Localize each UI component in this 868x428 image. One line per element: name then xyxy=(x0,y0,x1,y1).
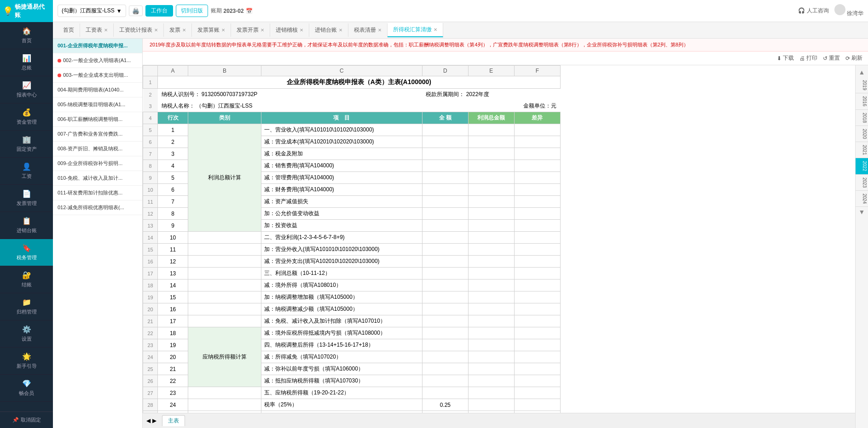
tab-home[interactable]: 首页 xyxy=(58,23,80,37)
table-row: 19 15 加：纳税调整增加额（填写A105000） xyxy=(143,291,561,303)
item-label: 001-企业所得税年度纳税申报... xyxy=(58,42,127,49)
tab-close-icon[interactable]: ✕ xyxy=(339,28,342,33)
year-2019[interactable]: 2019 xyxy=(856,77,868,93)
tab-close-icon[interactable]: ✕ xyxy=(378,28,382,33)
amount-cell xyxy=(422,315,468,327)
nav-left-arrow[interactable]: ◀ xyxy=(146,417,150,424)
row-number: 24 xyxy=(143,351,158,363)
print-icon-button[interactable]: 🖨️ xyxy=(129,6,143,16)
tab-close-icon[interactable]: ✕ xyxy=(300,28,303,33)
workspace-button[interactable]: 工作台 xyxy=(145,5,173,17)
left-panel-item-012[interactable]: 012-减免所得税优惠明细表(... xyxy=(53,200,142,215)
pin-icon: 📌 xyxy=(12,417,19,423)
profit-cell xyxy=(468,232,514,244)
tab-close-icon[interactable]: ✕ xyxy=(434,27,437,32)
tab-close-icon[interactable]: ✕ xyxy=(182,28,186,33)
left-panel-item-011[interactable]: 011-研发费用加计扣除优惠... xyxy=(53,186,142,200)
sidebar-item-guide[interactable]: 🌟 新手引导 xyxy=(0,348,53,375)
profit-cell xyxy=(468,351,514,363)
col-header-d: D xyxy=(422,66,468,76)
left-panel-item-005[interactable]: 005-纳税调整项目明细表(A1... xyxy=(53,97,142,112)
sidebar-item-invoice[interactable]: 📄 发票管理 xyxy=(0,185,53,212)
left-panel-item-006[interactable]: 006-职工薪酬纳税调整明细... xyxy=(53,112,142,127)
tab-payroll-stats[interactable]: 工资统计报表 ✕ xyxy=(114,23,164,37)
sidebar-item-settings[interactable]: ⚙️ 设置 xyxy=(0,320,53,348)
sidebar-item-home[interactable]: 🏠 首页 xyxy=(0,22,53,49)
content-area: 001-企业所得税年度纳税申报... 002-一般企业收入明细表(A1... 0… xyxy=(53,39,868,428)
left-panel-item-001[interactable]: 001-企业所得税年度纳税申报... xyxy=(53,39,142,53)
sidebar-item-label: 新手引导 xyxy=(17,363,37,370)
year-2022[interactable]: 2022 xyxy=(856,158,868,174)
refresh-button[interactable]: ⟳ 刷新 xyxy=(845,54,862,62)
row-number: 22 xyxy=(143,327,158,339)
sidebar-item-member[interactable]: 💎 畅会员 xyxy=(0,375,53,402)
year-2024[interactable]: 2024 xyxy=(856,191,868,207)
download-button[interactable]: ⬇ 下载 xyxy=(777,54,794,62)
company-selector[interactable]: (勾删）江西服宝-LSS ▼ xyxy=(58,5,126,17)
amount-cell xyxy=(422,351,468,363)
tab-tax-clearance[interactable]: 税表清册 ✕ xyxy=(348,23,388,37)
old-version-button[interactable]: 切到旧版 xyxy=(176,5,208,17)
tab-invoice-calc[interactable]: 发票算账 ✕ xyxy=(192,23,231,37)
sidebar-item-payroll[interactable]: 👤 工资 xyxy=(0,158,53,185)
pin-label: 取消固定 xyxy=(21,417,41,423)
table-row: 5 1 利润总额计算 一、营业收入(填写A101010\101020\10300… xyxy=(143,124,561,136)
tab-close-icon[interactable]: ✕ xyxy=(154,28,158,33)
sidebar-item-fixed-assets[interactable]: 🏢 固定资产 xyxy=(0,131,53,158)
sidebar-item-sales-ledger[interactable]: 📋 进销台账 xyxy=(0,212,53,239)
tab-payroll[interactable]: 工资表 ✕ xyxy=(80,23,114,37)
item-cell: 减：营业成本(填写A102010\102020\103000) xyxy=(261,136,422,148)
sidebar-pin-toggle[interactable]: 📌 取消固定 xyxy=(0,411,53,428)
year-2020[interactable]: 2020 xyxy=(856,126,868,142)
left-panel-item-003[interactable]: 003-一般企业成本支出明细... xyxy=(53,68,142,83)
home-icon: 🏠 xyxy=(22,27,31,35)
tab-invoice-open[interactable]: 发票开票 ✕ xyxy=(231,23,270,37)
tax-icon: 🔖 xyxy=(22,244,31,252)
year-2018[interactable]: 2018 xyxy=(856,110,868,126)
sidebar-logo: 💡 畅捷通易代账 xyxy=(0,0,53,22)
sidebar-item-general-ledger[interactable]: 📊 总账 xyxy=(0,49,53,76)
sidebar-item-closing[interactable]: 🔐 结账 xyxy=(0,266,53,293)
status-dot xyxy=(58,74,61,77)
year-2021[interactable]: 2021 xyxy=(856,142,868,158)
sidebar-item-archive[interactable]: 📁 归档管理 xyxy=(0,293,53,320)
left-panel-item-010[interactable]: 010-免税、减计收入及加计... xyxy=(53,171,142,186)
tab-close-icon[interactable]: ✕ xyxy=(260,28,264,33)
spreadsheet-wrapper[interactable]: A B C D E F xyxy=(143,65,855,413)
table-row: 16 12 减：营业外支出(填写A102010\102020\103000) xyxy=(143,256,561,268)
year-down-arrow[interactable]: ▼ xyxy=(857,207,867,217)
tab-purchase-check[interactable]: 进销稽核 ✕ xyxy=(270,23,309,37)
table-row: 21 17 减：免税、减计收入及加计扣除（填写A107010） xyxy=(143,315,561,327)
invoice-icon: 📄 xyxy=(22,189,31,198)
sidebar-item-capital[interactable]: 💰 资金管理 xyxy=(0,103,53,131)
user-info[interactable]: 徐湾华 xyxy=(834,4,863,17)
amount-cell xyxy=(422,339,468,351)
tab-income-tax[interactable]: 所得税汇算清缴 ✕ xyxy=(388,23,443,37)
left-panel-item-002[interactable]: 002-一般企业收入明细表(A1... xyxy=(53,53,142,68)
tab-invoice[interactable]: 发票 ✕ xyxy=(164,23,192,37)
company-name: (勾删）江西服宝-LSS xyxy=(62,7,115,15)
profit-cell xyxy=(468,363,514,375)
table-row: 15 11 加：营业外收入(填写A101010\101020\103000) xyxy=(143,244,561,256)
year-2023[interactable]: 2023 xyxy=(856,175,868,191)
left-panel-item-007[interactable]: 007-广告费和业务宣传费跌... xyxy=(53,127,142,142)
year-2016[interactable]: 2016 xyxy=(856,93,868,109)
sidebar-item-report-center[interactable]: 📈 报表中心 xyxy=(0,76,53,103)
print-button[interactable]: 🖨 打印 xyxy=(799,54,817,62)
category-cell xyxy=(188,256,261,268)
left-panel-item-004[interactable]: 004-期间费用明细表(A1040... xyxy=(53,83,142,97)
sheet-tab-main[interactable]: 主表 xyxy=(162,415,185,426)
tab-sales-ledger[interactable]: 进销台账 ✕ xyxy=(309,23,348,37)
col-header-amount: 全 额 xyxy=(422,112,468,124)
left-panel-item-009[interactable]: 009-企业所得税弥补亏损明... xyxy=(53,156,142,171)
tab-close-icon[interactable]: ✕ xyxy=(104,28,108,33)
service-button[interactable]: 🎧 人工咨询 xyxy=(798,7,828,15)
tab-close-icon[interactable]: ✕ xyxy=(221,28,225,33)
reset-button[interactable]: ↺ 重置 xyxy=(823,54,840,62)
year-up-arrow[interactable]: ▲ xyxy=(857,67,867,77)
nav-right-arrow[interactable]: ▶ xyxy=(152,417,156,424)
tab-label: 首页 xyxy=(63,26,74,34)
row-seq: 22 xyxy=(158,375,188,387)
sidebar-item-tax-mgmt[interactable]: 🔖 税务管理 xyxy=(0,239,53,266)
left-panel-item-008[interactable]: 008-资产折旧、摊销及纳税... xyxy=(53,142,142,156)
